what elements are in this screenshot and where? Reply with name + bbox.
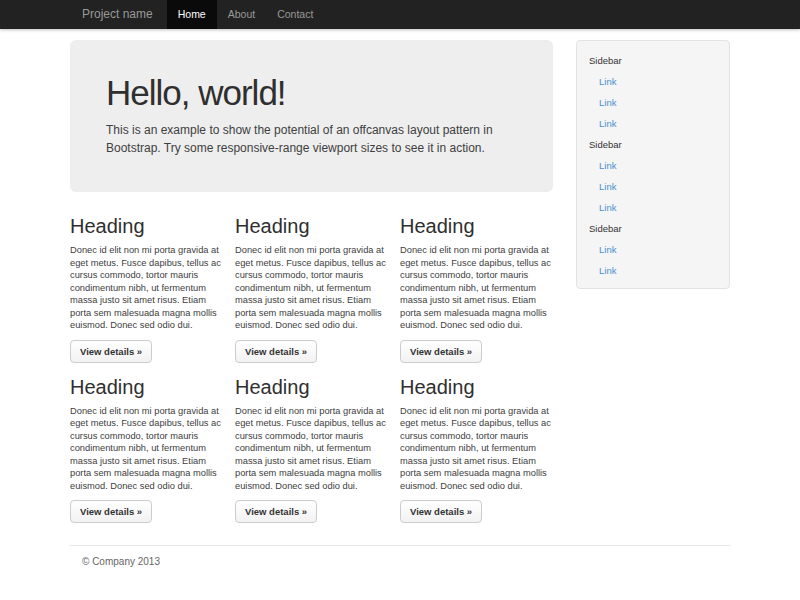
sidebar-header: Sidebar [577, 50, 729, 71]
sidebar-group-1: Sidebar Link Link Link [577, 50, 729, 134]
sidebar-link[interactable]: Link [577, 155, 729, 176]
view-details-button[interactable]: View details » [400, 340, 482, 363]
feature-card: Heading Donec id elit non mi porta gravi… [400, 214, 553, 363]
view-details-button[interactable]: View details » [400, 500, 482, 523]
sidebar-link[interactable]: Link [577, 239, 729, 260]
sidebar-link[interactable]: Link [577, 113, 729, 134]
navbar: Project name Home About Contact [0, 0, 800, 29]
feature-card: Heading Donec id elit non mi porta gravi… [70, 214, 223, 363]
navbar-inner: Project name Home About Contact [70, 0, 730, 29]
jumbotron-title: Hello, world! [106, 73, 517, 113]
footer-divider [70, 545, 730, 546]
card-heading: Heading [235, 375, 388, 400]
sidebar-link[interactable]: Link [577, 260, 729, 281]
card-heading: Heading [70, 214, 223, 239]
sidebar-group-2: Sidebar Link Link Link [577, 134, 729, 218]
nav-item-about[interactable]: About [217, 0, 266, 29]
feature-card: Heading Donec id elit non mi porta gravi… [70, 375, 223, 524]
card-heading: Heading [400, 214, 553, 239]
card-body: Donec id elit non mi porta gravida at eg… [235, 405, 388, 493]
navbar-menu: Home About Contact [167, 0, 325, 29]
sidebar-link[interactable]: Link [577, 71, 729, 92]
nav-item-home[interactable]: Home [167, 0, 217, 29]
card-body: Donec id elit non mi porta gravida at eg… [70, 244, 223, 332]
cards-row-1: Heading Donec id elit non mi porta gravi… [70, 214, 553, 363]
view-details-button[interactable]: View details » [235, 340, 317, 363]
sidebar-link[interactable]: Link [577, 197, 729, 218]
card-body: Donec id elit non mi porta gravida at eg… [400, 244, 553, 332]
sidebar: Sidebar Link Link Link Sidebar Link Link… [576, 40, 730, 289]
card-heading: Heading [70, 375, 223, 400]
navbar-brand[interactable]: Project name [70, 0, 167, 29]
cards-row-2: Heading Donec id elit non mi porta gravi… [70, 375, 553, 524]
jumbotron-body: This is an example to show the potential… [106, 121, 508, 157]
main-column: Hello, world! This is an example to show… [70, 40, 553, 535]
feature-card: Heading Donec id elit non mi porta gravi… [235, 375, 388, 524]
card-heading: Heading [235, 214, 388, 239]
sidebar-header: Sidebar [577, 134, 729, 155]
page-container: Hello, world! This is an example to show… [70, 40, 730, 567]
content-row: Hello, world! This is an example to show… [70, 40, 730, 535]
nav-item-contact[interactable]: Contact [266, 0, 324, 29]
view-details-button[interactable]: View details » [70, 340, 152, 363]
feature-card: Heading Donec id elit non mi porta gravi… [400, 375, 553, 524]
jumbotron: Hello, world! This is an example to show… [70, 40, 553, 192]
card-heading: Heading [400, 375, 553, 400]
view-details-button[interactable]: View details » [235, 500, 317, 523]
sidebar-link[interactable]: Link [577, 176, 729, 197]
sidebar-group-3: Sidebar Link Link [577, 218, 729, 281]
footer: © Company 2013 [70, 556, 730, 567]
card-body: Donec id elit non mi porta gravida at eg… [400, 405, 553, 493]
sidebar-link[interactable]: Link [577, 92, 729, 113]
view-details-button[interactable]: View details » [70, 500, 152, 523]
card-body: Donec id elit non mi porta gravida at eg… [70, 405, 223, 493]
card-body: Donec id elit non mi porta gravida at eg… [235, 244, 388, 332]
copyright-text: © Company 2013 [82, 556, 730, 567]
sidebar-header: Sidebar [577, 218, 729, 239]
feature-card: Heading Donec id elit non mi porta gravi… [235, 214, 388, 363]
